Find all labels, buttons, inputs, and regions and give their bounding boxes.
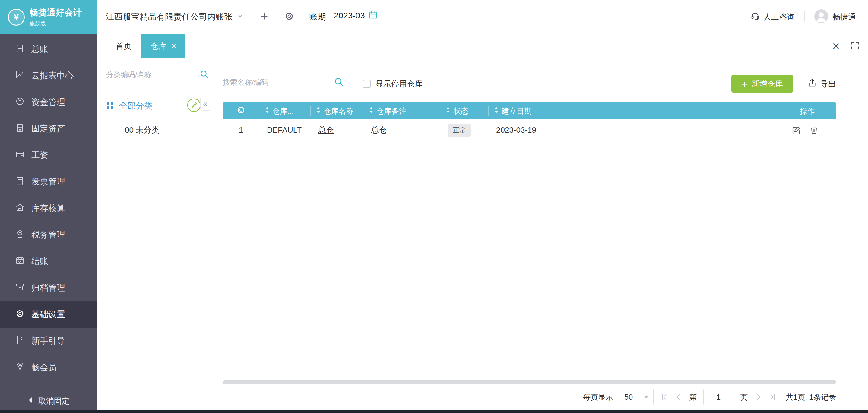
payroll-card-icon xyxy=(15,150,25,161)
calendar-check-icon xyxy=(15,256,25,267)
record-summary: 共1页, 1条记录 xyxy=(786,392,836,402)
sidebar-item-archive[interactable]: 归档管理 xyxy=(0,275,97,301)
member-v-icon xyxy=(15,362,25,374)
add-account-button[interactable] xyxy=(260,12,269,22)
brand-name: 畅捷通好会计 xyxy=(30,7,82,19)
column-settings-button[interactable] xyxy=(223,106,259,116)
sidebar-item-inventory[interactable]: 库存核算 xyxy=(0,195,97,222)
close-view-icon[interactable]: × xyxy=(832,40,840,53)
sidebar-item-general-ledger[interactable]: 总账 xyxy=(0,36,97,62)
sort-icon xyxy=(316,106,320,116)
sidebar-item-payroll[interactable]: 工资 xyxy=(0,142,97,168)
period-value: 2023-03 xyxy=(334,11,365,21)
sidebar-item-label: 畅会员 xyxy=(31,362,57,373)
warehouse-name-link[interactable]: 总仓 xyxy=(318,125,334,134)
category-panel: 全部分类 00 未分类 « xyxy=(97,58,210,413)
warehouse-workarea: 显示停用仓库 + 新增仓库 导出 xyxy=(210,58,868,413)
export-label: 导出 xyxy=(820,79,836,89)
edit-category-icon[interactable] xyxy=(187,98,201,113)
col-warehouse-note[interactable]: 仓库备注 xyxy=(363,106,440,116)
last-page-icon[interactable] xyxy=(769,393,777,401)
col-label: 状态 xyxy=(453,106,468,116)
sidebar-item-funds[interactable]: 资金管理 xyxy=(0,89,97,116)
support-label: 人工咨询 xyxy=(763,12,795,22)
per-page-select[interactable]: 50 xyxy=(620,389,654,405)
search-icon[interactable] xyxy=(200,70,209,80)
avatar xyxy=(814,9,828,24)
category-all-label[interactable]: 全部分类 xyxy=(119,100,182,112)
warehouse-icon xyxy=(15,202,25,214)
unpin-sidebar-button[interactable]: 取消固定 xyxy=(0,396,97,406)
add-warehouse-button[interactable]: + 新增仓库 xyxy=(732,75,793,93)
flag-icon xyxy=(15,335,25,347)
gear-icon xyxy=(15,309,25,320)
sidebar-item-label: 固定资产 xyxy=(31,123,65,134)
category-search xyxy=(106,70,201,84)
col-status[interactable]: 状态 xyxy=(440,106,488,116)
sidebar-item-cloud-reports[interactable]: 云报表中心 xyxy=(0,62,97,89)
sidebar: ¥ 畅捷通好会计 旗舰版 总账 云报表中心 资金管理 固定资产 xyxy=(0,0,97,413)
col-label: 仓库备注 xyxy=(376,106,407,116)
sidebar-item-fixed-assets[interactable]: 固定资产 xyxy=(0,116,97,142)
warehouse-search xyxy=(223,77,343,91)
horizontal-scrollbar[interactable] xyxy=(223,380,836,384)
warehouse-toolbar: 显示停用仓库 + 新增仓库 导出 xyxy=(223,75,836,93)
sidebar-item-label: 资金管理 xyxy=(31,96,65,108)
sidebar-item-label: 总账 xyxy=(31,43,48,55)
category-item-uncategorized[interactable]: 00 未分类 xyxy=(106,125,210,135)
company-name: 江西服宝精品有限责任公司内账张 xyxy=(106,11,232,23)
sidebar-item-basic-settings[interactable]: 基础设置 xyxy=(0,301,97,328)
sidebar-item-label: 新手引导 xyxy=(31,335,65,347)
sidebar-item-closing[interactable]: 结账 xyxy=(0,248,97,275)
username: 畅捷通 xyxy=(832,12,856,22)
tab-close-icon[interactable]: × xyxy=(171,42,176,50)
prev-page-icon[interactable] xyxy=(675,393,683,401)
sidebar-item-invoices[interactable]: 发票管理 xyxy=(0,168,97,195)
warehouse-search-input[interactable] xyxy=(223,78,334,87)
page-suffix: 页 xyxy=(740,392,748,402)
collapse-panel-icon[interactable]: « xyxy=(200,97,210,110)
calendar-icon xyxy=(369,10,378,22)
page-prefix: 第 xyxy=(689,392,697,402)
page-number-input[interactable] xyxy=(703,389,734,405)
unpin-icon xyxy=(27,396,35,406)
sidebar-item-membership[interactable]: 畅会员 xyxy=(0,354,97,381)
edit-row-icon[interactable] xyxy=(792,125,801,135)
next-page-icon[interactable] xyxy=(754,393,762,401)
settings-button[interactable] xyxy=(284,11,294,22)
brand-logo: ¥ 畅捷通好会计 旗舰版 xyxy=(0,0,97,34)
period-picker[interactable]: 2023-03 xyxy=(334,10,378,24)
plus-icon: + xyxy=(742,79,747,89)
tax-seal-icon xyxy=(15,229,25,241)
grid-icon xyxy=(106,101,114,110)
company-selector[interactable]: 江西服宝精品有限责任公司内账张 xyxy=(106,11,244,23)
tab-home[interactable]: 首页 xyxy=(106,34,141,58)
chevron-down-icon xyxy=(643,393,649,402)
export-button[interactable]: 导出 xyxy=(808,78,836,90)
delete-row-icon[interactable] xyxy=(809,125,818,135)
invoice-icon xyxy=(15,176,25,188)
sidebar-item-tax[interactable]: 税务管理 xyxy=(0,222,97,248)
tab-warehouse[interactable]: 仓库 × xyxy=(141,34,185,58)
fullscreen-icon[interactable] xyxy=(850,41,860,51)
category-search-input[interactable] xyxy=(106,70,200,79)
cell-row-index: 1 xyxy=(223,125,259,135)
user-menu[interactable]: 畅捷通 xyxy=(814,9,856,24)
tab-label: 仓库 xyxy=(150,41,166,52)
col-warehouse-name[interactable]: 仓库名称 xyxy=(310,106,363,116)
status-badge: 正常 xyxy=(448,124,471,136)
search-icon[interactable] xyxy=(334,77,343,88)
col-created-date[interactable]: 建立日期 xyxy=(488,106,764,116)
col-label: 建立日期 xyxy=(501,106,532,116)
category-root-row: 全部分类 xyxy=(106,98,201,113)
topbar-divider xyxy=(804,11,805,22)
report-chart-icon xyxy=(15,70,25,82)
col-label: 仓库... xyxy=(272,106,294,116)
support-button[interactable]: 人工咨询 xyxy=(751,11,795,23)
sidebar-item-onboarding[interactable]: 新手引导 xyxy=(0,328,97,354)
col-warehouse-code[interactable]: 仓库... xyxy=(259,106,310,116)
first-page-icon[interactable] xyxy=(660,393,668,401)
show-disabled-checkbox[interactable] xyxy=(363,80,371,88)
per-page-label: 每页显示 xyxy=(583,392,613,402)
sidebar-item-label: 结账 xyxy=(31,256,48,267)
